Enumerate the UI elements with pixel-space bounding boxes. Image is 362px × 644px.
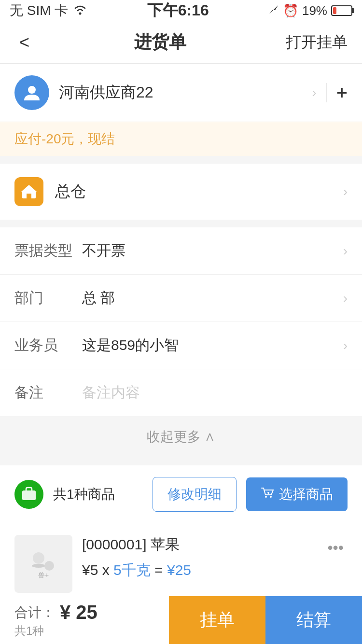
open-hang-button[interactable]: 打开挂单: [286, 32, 348, 53]
product-header: 共1种商品 修改明细 选择商品: [0, 465, 362, 523]
carrier-label: 无 SIM 卡: [10, 1, 68, 20]
svg-point-13: [44, 561, 54, 571]
product-price: ¥5 x 5千克 = ¥25: [82, 560, 314, 580]
warehouse-row[interactable]: 总仓 ›: [0, 164, 362, 220]
warehouse-section: 总仓 ›: [0, 164, 362, 220]
total-row: 合计： ¥ 25: [14, 602, 154, 623]
supplier-section: 河南供应商22 › + 应付-20元，现结: [0, 64, 362, 156]
remark-row[interactable]: 备注 备注内容: [0, 369, 362, 416]
select-product-button[interactable]: 选择商品: [246, 477, 348, 511]
warehouse-name: 总仓: [55, 181, 343, 202]
status-left: 无 SIM 卡: [10, 1, 87, 20]
battery-percent: 19%: [302, 3, 327, 18]
bottom-bar: 合计： ¥ 25 共1种 挂单 结算: [0, 596, 362, 644]
supplier-avatar: [14, 75, 49, 110]
supplier-name: 河南供应商22: [59, 82, 312, 103]
warehouse-arrow-icon: ›: [343, 184, 348, 199]
product-title: 苹果: [151, 536, 180, 552]
form-section: 票据类型 不开票 › 部门 总 部 › 业务员 这是859的小智 › 备注 备注…: [0, 227, 362, 416]
product-info: [0000001] 苹果 ¥5 x 5千克 = ¥25: [82, 535, 314, 580]
supplier-notice: 应付-20元，现结: [0, 122, 362, 156]
total-area: 合计： ¥ 25 共1种: [0, 596, 169, 644]
page-title: 进货单: [134, 30, 186, 54]
svg-point-0: [79, 13, 82, 15]
select-product-label: 选择商品: [279, 485, 333, 504]
svg-marker-4: [21, 185, 37, 192]
edit-detail-button[interactable]: 修改明细: [153, 477, 237, 512]
product-icon: [14, 480, 43, 509]
total-amount: ¥ 25: [60, 602, 97, 623]
invoice-label: 票据类型: [14, 241, 72, 261]
product-thumbnail: 兽+: [14, 535, 72, 593]
nav-bar: < 进货单 打开挂单: [0, 21, 362, 64]
unit-price: ¥5: [82, 562, 98, 578]
dept-arrow-icon: ›: [343, 291, 348, 306]
dept-value: 总 部: [72, 288, 343, 308]
svg-point-2: [28, 86, 36, 94]
sales-row[interactable]: 业务员 这是859的小智 ›: [0, 322, 362, 369]
total-count: 共1种: [14, 623, 154, 639]
svg-rect-6: [22, 490, 36, 500]
back-button[interactable]: <: [14, 28, 34, 57]
invoice-row[interactable]: 票据类型 不开票 ›: [0, 227, 362, 275]
invoice-arrow-icon: ›: [343, 243, 348, 259]
sales-value: 这是859的小智: [72, 336, 343, 355]
total-label: 合计：: [14, 603, 55, 622]
supplier-divider: [326, 83, 327, 102]
sales-label: 业务员: [14, 336, 72, 355]
collapse-toggle[interactable]: 收起更多 ∧: [0, 416, 362, 458]
svg-text:兽+: 兽+: [38, 571, 49, 579]
checkout-button[interactable]: 结算: [265, 596, 362, 644]
hang-button[interactable]: 挂单: [169, 596, 265, 644]
product-item: 兽+ [0000001] 苹果 ¥5 x 5千克 = ¥25 •••: [0, 523, 362, 604]
equals-sign: =: [154, 562, 167, 578]
svg-point-11: [33, 552, 44, 564]
supplier-row: 河南供应商22 › +: [0, 64, 362, 122]
status-time: 下午6:16: [147, 0, 209, 21]
product-code: [0000001]: [82, 536, 146, 552]
product-quantity: 5千克: [113, 562, 151, 578]
dept-label: 部门: [14, 288, 72, 308]
cart-icon: [261, 487, 274, 502]
status-bar: 无 SIM 卡 下午6:16 ⏰ 19%: [0, 0, 362, 21]
svg-marker-1: [269, 5, 278, 14]
warehouse-icon: [14, 177, 43, 206]
svg-point-7: [265, 496, 267, 498]
wifi-icon: [73, 3, 87, 18]
svg-point-8: [270, 496, 272, 498]
product-total: ¥25: [167, 562, 191, 578]
remark-label: 备注: [14, 383, 72, 403]
svg-rect-5: [27, 194, 31, 198]
remark-input[interactable]: 备注内容: [72, 383, 348, 403]
battery-icon: [331, 5, 352, 16]
status-right: ⏰ 19%: [268, 3, 352, 18]
supplier-arrow-icon: ›: [312, 85, 316, 100]
more-options-button[interactable]: •••: [323, 535, 348, 560]
alarm-icon: ⏰: [283, 3, 298, 18]
location-icon: [268, 3, 279, 18]
add-supplier-button[interactable]: +: [336, 82, 348, 104]
product-count: 共1种商品: [53, 485, 143, 504]
dept-row[interactable]: 部门 总 部 ›: [0, 275, 362, 322]
invoice-value: 不开票: [72, 241, 343, 261]
svg-point-12: [32, 564, 45, 568]
price-separator: x: [102, 562, 113, 578]
product-name: [0000001] 苹果: [82, 535, 314, 555]
sales-arrow-icon: ›: [343, 338, 348, 353]
